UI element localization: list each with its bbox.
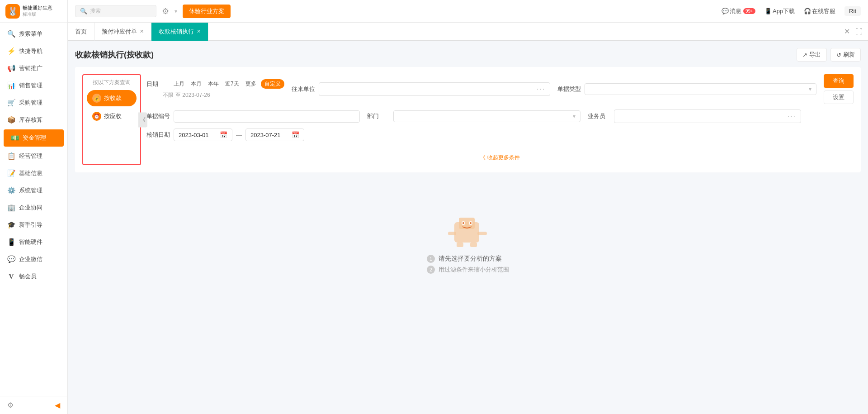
message-badge: 99+ — [743, 8, 755, 14]
refresh-btn[interactable]: ↺ 刷新 — [830, 48, 861, 62]
sidebar-item-enterprise[interactable]: 🏢 企业协同 — [0, 199, 67, 216]
system-icon: ⚙️ — [7, 186, 15, 195]
export-btn[interactable]: ↗ 导出 — [797, 48, 827, 62]
message-label: 消息 — [730, 7, 741, 15]
topbar-gear-icon[interactable]: ⚙ — [162, 6, 169, 16]
filter-panel-title: 按以下方案查询 — [87, 79, 137, 86]
sidebar-item-marketing[interactable]: 📢 营销推广 — [0, 60, 67, 77]
sidebar-item-label: 搜索菜单 — [19, 30, 42, 38]
query-form: 日期 上月 本月 本年 近7天 更多 自定义 不限 — [146, 74, 854, 165]
svg-rect-7 — [470, 243, 477, 247]
export-icon: ↗ — [802, 52, 807, 58]
search-box[interactable]: 🔍 搜索 — [75, 5, 156, 17]
tabbar: 首页 预付冲应付单 ✕ 收款核销执行 ✕ ✕ ⛶ — [68, 23, 868, 41]
date-label: 日期 — [146, 80, 169, 88]
marketing-icon: 📢 — [7, 64, 15, 72]
sidebar-item-inventory[interactable]: 📦 库存核算 — [0, 111, 67, 128]
refresh-icon: ↺ — [836, 52, 841, 58]
empty-hint-2: 用过滤条件来缩小分析范围 — [439, 266, 509, 274]
query-row-1: 日期 上月 本月 本年 近7天 更多 自定义 不限 — [146, 74, 854, 104]
date-last-month[interactable]: 上月 — [172, 79, 186, 89]
counterparty-input[interactable]: ··· — [319, 82, 551, 96]
svg-rect-6 — [457, 243, 463, 247]
online-service-item[interactable]: 🎧 在线客服 — [804, 7, 835, 15]
voucher-type-label: 单据类型 — [557, 85, 581, 93]
app-logo: 🐰 畅捷通好生意 标准版 — [0, 0, 67, 23]
tab-home[interactable]: 首页 — [68, 23, 94, 41]
sidebar-item-label: 新手引导 — [19, 221, 42, 229]
voucher-type-select[interactable]: ▾ — [585, 83, 816, 95]
query-btn[interactable]: 查询 — [824, 74, 854, 88]
filter-panel: 按以下方案查询 💰 按收款 ⏰ 按应收 《 — [82, 74, 141, 165]
sidebar-item-system[interactable]: ⚙️ 系统管理 — [0, 182, 67, 199]
date-this-year[interactable]: 本年 — [206, 79, 221, 89]
inventory-icon: 📦 — [7, 116, 15, 124]
hint-number-2: 2 — [427, 266, 435, 274]
date-7days[interactable]: 近7天 — [223, 79, 241, 89]
receivable-icon: ⏰ — [92, 112, 101, 121]
expand-btn[interactable]: ⛶ — [855, 28, 863, 36]
more-conditions-btn[interactable]: 《 收起更多条件 — [480, 154, 520, 162]
purchase-icon: 🛒 — [7, 99, 15, 107]
headset-icon: 🎧 — [804, 8, 811, 14]
tab-close-prepay[interactable]: ✕ — [140, 29, 144, 34]
date-this-month[interactable]: 本月 — [189, 79, 203, 89]
sidebar-item-label: 基础信息 — [19, 169, 42, 177]
message-item[interactable]: 💬 消息 99+ — [722, 7, 755, 15]
close-tab-btn[interactable]: ✕ — [844, 27, 850, 36]
voucher-no-field: 单据编号 — [146, 110, 360, 123]
tab-close-writeoff[interactable]: ✕ — [197, 29, 201, 34]
filter-collapse-btn[interactable]: 《 — [138, 112, 147, 127]
sidebar-item-wechat[interactable]: 💬 企业微信 — [0, 251, 67, 268]
sidebar-item-basic-info[interactable]: 📝 基础信息 — [0, 165, 67, 182]
counterparty-dots-btn[interactable]: ··· — [537, 85, 545, 93]
receipt-icon: 💰 — [92, 94, 101, 103]
salesperson-dots-btn[interactable]: ··· — [788, 112, 796, 120]
sidebar-item-label: 营销推广 — [19, 64, 42, 72]
hint-number-1: 1 — [427, 255, 435, 263]
sidebar-item-quicknav[interactable]: ⚡ 快捷导航 — [0, 43, 67, 60]
sales-icon: 📊 — [7, 81, 15, 90]
sidebar-item-hardware[interactable]: 📱 智能硬件 — [0, 233, 67, 251]
sidebar: 🐰 畅捷通好生意 标准版 🔍 搜索菜单 ⚡ 快捷导航 📢 营销推广 📊 销售管理… — [0, 0, 68, 414]
setting-btn[interactable]: 设置 — [824, 90, 854, 104]
department-select[interactable]: ▾ — [393, 110, 580, 122]
finance-icon: 💵 — [11, 134, 19, 142]
topbar: 🔍 搜索 ⚙ ▾ 休验行业方案 💬 消息 99+ 📱 App下载 🎧 在线客服 … — [68, 0, 868, 23]
sidebar-item-label: 资金管理 — [23, 134, 46, 142]
query-row-2: 单据编号 部门 ▾ 业务员 ··· — [146, 109, 854, 123]
industry-btn[interactable]: 休验行业方案 — [183, 5, 231, 18]
sidebar-item-sales[interactable]: 📊 销售管理 — [0, 77, 67, 94]
settings-icon[interactable]: ⚙ — [7, 401, 14, 409]
tab-prepay[interactable]: 预付冲应付单 ✕ — [94, 23, 151, 41]
empty-state: 1 请先选择要分析的方案 2 用过滤条件来缩小分析范围 — [75, 172, 861, 310]
writeoff-date-start[interactable]: 2023-03-01 📅 — [174, 128, 232, 141]
salesperson-input[interactable]: ··· — [614, 109, 801, 123]
sidebar-item-finance[interactable]: 💵 资金管理 — [4, 129, 64, 147]
voucher-no-input[interactable] — [174, 110, 360, 123]
chevron-down-icon[interactable]: ▾ — [175, 8, 177, 14]
sidebar-item-member[interactable]: V 畅会员 — [0, 268, 67, 285]
app-download-item[interactable]: 📱 App下载 — [764, 7, 795, 15]
sidebar-item-purchase[interactable]: 🛒 采购管理 — [0, 94, 67, 111]
cal-start-icon[interactable]: 📅 — [220, 131, 227, 138]
counterparty-field: 往来单位 ··· — [292, 82, 551, 96]
department-chevron: ▾ — [573, 113, 576, 119]
query-actions: 查询 设置 — [824, 74, 854, 104]
date-more[interactable]: 更多 — [244, 79, 258, 89]
filter-option-by-receipt[interactable]: 💰 按收款 — [87, 90, 137, 106]
cal-end-icon[interactable]: 📅 — [292, 131, 299, 138]
sidebar-item-operations[interactable]: 📋 经营管理 — [0, 148, 67, 165]
sidebar-item-search[interactable]: 🔍 搜索菜单 — [0, 25, 67, 43]
date-custom[interactable]: 自定义 — [261, 79, 284, 89]
sidebar-bottom: ⚙ ◀ — [0, 396, 67, 414]
tab-writeoff[interactable]: 收款核销执行 ✕ — [151, 23, 208, 41]
sidebar-item-label: 经营管理 — [19, 152, 42, 160]
filter-option-by-receivable[interactable]: ⏰ 按应收 — [87, 108, 137, 124]
sidebar-item-guide[interactable]: 🎓 新手引导 — [0, 216, 67, 233]
collapse-sidebar-btn[interactable]: ◀ — [55, 401, 60, 409]
writeoff-date-end[interactable]: 2023-07-21 📅 — [245, 128, 304, 141]
svg-point-4 — [462, 222, 464, 224]
enterprise-icon: 🏢 — [7, 204, 15, 212]
page-content: 收款核销执行(按收款) ↗ 导出 ↺ 刷新 按以下方案查询 💰 按收款 — [68, 41, 868, 414]
